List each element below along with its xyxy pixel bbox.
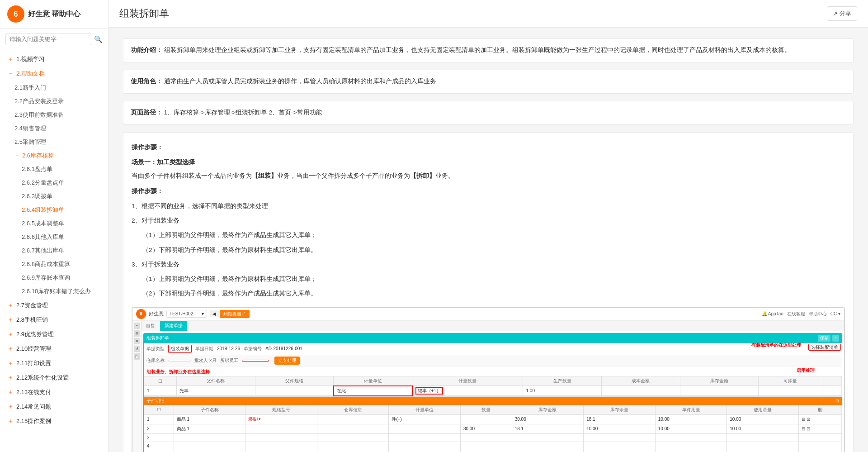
page-title: 组装拆卸单 xyxy=(119,7,169,20)
mini-lower-table: ☐ 子件名称 规格型号 仓库信息 计量单位 数量 库存金额 库存 xyxy=(144,405,842,452)
sidebar-item-2-5[interactable]: 2.5采购管理 xyxy=(0,135,108,149)
step-2-2: （2）下部明细为子件明细，最终作为原材料生成其它出库单。 xyxy=(132,245,845,256)
sidebar-item-2-6[interactable]: － 2.6库存核算 xyxy=(0,149,108,162)
mini-type-value: 组装单据 xyxy=(168,345,192,353)
sidebar-item-2-3[interactable]: 2.3使用前数据准备 xyxy=(0,108,108,122)
mini-topbar: 6 好生意 TEST-H002 ▾ ◀ 到期提醒↗ 🔔 AppTao 在线客 xyxy=(132,308,844,321)
annotation-1-label: 有装配清单的在这里处理 xyxy=(751,342,801,348)
func-intro-label: 功能介绍： xyxy=(131,47,162,53)
minus-icon: － xyxy=(7,70,14,78)
mini-person-label: 所绑员工 xyxy=(220,357,238,364)
mini-expand-icon[interactable]: ⊞ xyxy=(835,399,839,403)
step-3-2: （2）下部明细为子件明细，最终作为产成品生成其它入库单。 xyxy=(132,288,845,299)
sidebar-item-2-6-7[interactable]: 2.6.7其他出库单 xyxy=(0,244,108,257)
brand-name: 好生意 帮助中心 xyxy=(28,10,80,19)
sidebar-item-2-11[interactable]: ＋ 2.11打印设置 xyxy=(0,356,108,371)
mini-confirm-btn[interactable]: 立支处理 xyxy=(274,357,300,365)
search-icon[interactable]: 🔍 xyxy=(94,35,103,43)
mini-icon-1: ≡ xyxy=(134,323,140,329)
mini-window: 6 好生意 TEST-H002 ▾ ◀ 到期提醒↗ 🔔 AppTao 在线客 xyxy=(132,307,844,452)
lower-row-1: 1 商品 1 规格1▾ 件(+) 30.00 18.1 xyxy=(144,414,842,424)
nav-label-2: 2.帮助文档 xyxy=(16,70,45,78)
mini-icon-2: ⊞ xyxy=(134,330,140,337)
annotation-3-label: 启用处理 xyxy=(797,367,815,374)
mini-tab-row: 自售 新建单据 xyxy=(142,321,844,331)
sidebar-item-2[interactable]: － 2.帮助文档 xyxy=(0,67,108,81)
sidebar-item-2-6-5[interactable]: 2.6.5成本调整单 xyxy=(0,217,108,230)
share-icon: ↗ xyxy=(833,10,838,17)
col-parent-spec: 父件规格 xyxy=(255,376,334,386)
sidebar-item-2-6-2[interactable]: 2.6.2分量盘点单 xyxy=(0,176,108,190)
sidebar-item-2-10[interactable]: ＋ 2.10经营管理 xyxy=(0,342,108,356)
col-avail: 可库量 xyxy=(759,376,822,386)
sidebar-item-2-12[interactable]: ＋ 2.12系统个性化设置 xyxy=(0,371,108,385)
mini-nav-btn: ◀ 到期提醒↗ xyxy=(210,310,250,318)
sidebar-item-2-7[interactable]: ＋ 2.7资金管理 xyxy=(0,298,108,313)
sidebar-item-1[interactable]: ＋ 1.视频学习 xyxy=(0,52,108,67)
sidebar-item-2-6-6[interactable]: 2.6.6其他入库单 xyxy=(0,230,108,244)
share-button[interactable]: ↗ 分享 xyxy=(827,6,857,21)
path-label: 页面路径： xyxy=(131,109,162,116)
mini-code-value: AD-20191226-001 xyxy=(265,346,302,351)
sidebar-item-2-15[interactable]: ＋ 2.15操作案例 xyxy=(0,414,108,428)
mini-tab-zishou[interactable]: 自售 xyxy=(142,321,160,331)
mini-popup-titlebar: 组装拆卸单 保存 × xyxy=(144,333,842,343)
col-checkbox: ☐ xyxy=(144,376,177,386)
logo-icon: 6 xyxy=(7,5,24,23)
mini-employee-input xyxy=(242,360,269,362)
col-stock-amount: 库存金额 xyxy=(680,376,759,386)
sidebar-item-2-9[interactable]: ＋ 2.9优惠券管理 xyxy=(0,327,108,342)
sidebar-item-2-4[interactable]: 2.4销售管理 xyxy=(0,122,108,135)
sidebar-item-2-6-8[interactable]: 2.6.8商品成本重算 xyxy=(0,257,108,271)
mini-icon-4: ↺ xyxy=(134,346,140,352)
mini-form-area: 自售 新建单据 组装拆卸单 保存 × xyxy=(142,321,844,452)
annotation-2-label: 组装业务、拆卸业务在这里选择 xyxy=(146,369,210,374)
path-text: 1、库存核算->库存管理->组装拆卸单 2、首页->常用功能 xyxy=(164,109,322,116)
ops-title: 操作步骤： xyxy=(132,143,845,152)
sidebar-item-2-13[interactable]: ＋ 2.13在线支付 xyxy=(0,385,108,400)
lower-row-5: 5 xyxy=(144,450,842,452)
mini-close-btn[interactable]: × xyxy=(832,335,839,342)
mini-fields-row: 单据类型 组装单据 单据日期 2019-12-26 单据编号 AD-201912… xyxy=(144,343,842,355)
sidebar-item-2-6-4[interactable]: 2.6.4组装拆卸单 xyxy=(0,203,108,217)
sidebar-item-2-6-3[interactable]: 2.6.3调拨单 xyxy=(0,190,108,203)
step-2-1: （1）上部明细为父件明细，最终作为产成品生成其它入库单； xyxy=(132,230,845,241)
search-input[interactable] xyxy=(5,33,91,45)
screenshot-container: 6 好生意 TEST-H002 ▾ ◀ 到期提醒↗ 🔔 AppTao 在线客 xyxy=(132,307,845,452)
mini-brand: 好生意 xyxy=(149,310,164,317)
scene-desc: 当由多个子件材料组装成一个成品的业务为【组装】业务，当由一个父件拆分成多个子产品… xyxy=(132,171,845,181)
sidebar-item-2-6-1[interactable]: 2.6.1盘点单 xyxy=(0,162,108,176)
mini-date-value: 2019-12-26 xyxy=(217,346,240,351)
mini-save-btn[interactable]: 保存 xyxy=(818,335,830,342)
mini-upper-table-container: ☐ 父件名称 父件规格 计量单位 计量数量 生产数量 成本金额 xyxy=(144,376,842,397)
step-1: 1、根据不同的业务，选择不同单据的类型来处理 xyxy=(132,201,845,212)
mini-icon-3: ⚙ xyxy=(134,338,140,344)
sidebar-item-2-2[interactable]: 2.2产品安装及登录 xyxy=(0,95,108,108)
sidebar-item-2-8[interactable]: ＋ 2.8手机旺铺 xyxy=(0,313,108,327)
mini-popup: 组装拆卸单 保存 × 单据类型 组装单据 xyxy=(143,333,842,452)
sidebar-item-2-6-10[interactable]: 2.6.10库存账本错了怎么办 xyxy=(0,285,108,298)
sidebar-item-2-1[interactable]: 2.1新手入门 xyxy=(0,81,108,95)
func-intro-text: 组装拆卸单用来处理企业组装或拆卸等加工业务，支持有固定装配清单的产品加工业务，也… xyxy=(164,47,791,53)
mini-warehouse-label: 仓库名称 xyxy=(146,357,165,364)
search-box: 🔍 xyxy=(0,29,108,50)
annotation-1-btn: 选择装配清单 xyxy=(808,343,841,351)
mini-upper-table: ☐ 父件名称 父件规格 计量单位 计量数量 生产数量 成本金额 xyxy=(144,376,842,396)
col-parent-name: 父件名称 xyxy=(177,376,255,386)
sidebar-item-2-14[interactable]: ＋ 2.14常见问题 xyxy=(0,400,108,414)
ops-block: 操作步骤： 场景一：加工类型选择 当由多个子件材料组装成一个成品的业务为【组装】… xyxy=(123,132,854,452)
mini-select: TEST-H002 ▾ xyxy=(166,310,207,318)
mini-icon-5: 📋 xyxy=(134,353,140,360)
lower-row-2: 2 商品 1 30.00 18.1 10.00 xyxy=(144,424,842,433)
mini-sidebar-strip: ≡ ⊞ ⚙ ↺ 📋 xyxy=(132,321,142,452)
main-header: 组装拆卸单 ↗ 分享 xyxy=(108,0,868,28)
lower-row-3: 3 xyxy=(144,433,842,442)
func-intro-block: 功能介绍： 组装拆卸单用来处理企业组装或拆卸等加工业务，支持有固定装配清单的产品… xyxy=(123,38,854,62)
mini-app-body: ≡ ⊞ ⚙ ↺ 📋 自售 新建单据 xyxy=(132,321,844,452)
mini-lower-table-container: ☐ 子件名称 规格型号 仓库信息 计量单位 数量 库存金额 库存 xyxy=(144,405,842,452)
mini-warehouse-input xyxy=(168,360,191,362)
mini-tab-neworder[interactable]: 新建单据 xyxy=(160,321,187,331)
mini-qty-label: 批次人 ×只 xyxy=(194,357,217,364)
sidebar-item-2-6-9[interactable]: 2.6.9库存账本查询 xyxy=(0,271,108,285)
step-2: 2、对于组装业务 xyxy=(132,215,845,226)
